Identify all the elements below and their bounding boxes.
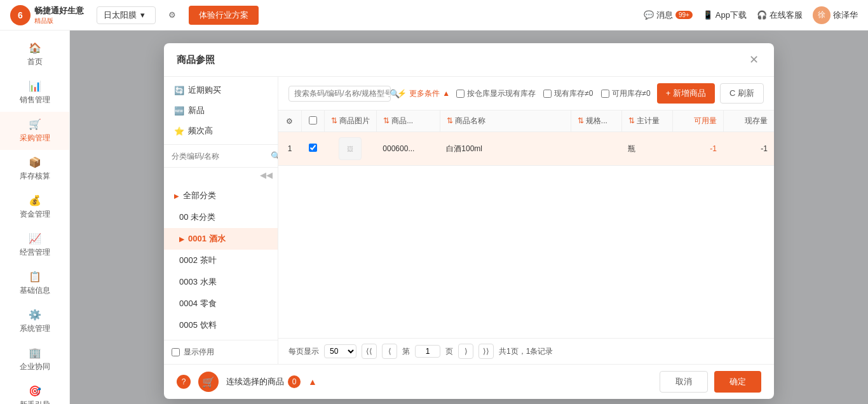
- col-code-header[interactable]: ⇅ 商品...: [376, 111, 440, 132]
- category-search-input[interactable]: [172, 152, 267, 161]
- confirm-button[interactable]: 确定: [714, 371, 761, 393]
- category-0003[interactable]: 0003 水果: [164, 271, 278, 293]
- modal-body: 🔄 近期购买 🆕 新品 ⭐ 频次高: [164, 77, 774, 364]
- sidebar: 🏠 首页 📊 销售管理 🛒 采购管理 📦 库存核算 💰 资金管理 📈 经营管理 …: [0, 30, 70, 404]
- sidebar-item-purchase[interactable]: 🛒 采购管理: [0, 112, 69, 150]
- purchase-icon: 🛒: [29, 118, 41, 130]
- sidebar-item-guide[interactable]: 🎯 新手引导: [0, 379, 69, 404]
- cancel-button[interactable]: 取消: [660, 371, 708, 393]
- modal-title: 商品参照: [177, 54, 215, 66]
- sidebar-item-business[interactable]: 📈 经营管理: [0, 226, 69, 264]
- table-header-row: ⚙ ⇅ 商品图片: [278, 111, 774, 132]
- sort-icon: ⇅: [447, 116, 453, 125]
- total-info: 共1页，1条记录: [499, 346, 553, 357]
- category-0004[interactable]: 0004 零食: [164, 293, 278, 314]
- row-unit: 瓶: [621, 132, 672, 166]
- product-search-input[interactable]: [294, 89, 390, 98]
- basic-icon: 📋: [29, 271, 41, 283]
- row-name: 白酒100ml: [440, 132, 571, 166]
- frequent-filter[interactable]: ⭐ 频次高: [172, 121, 270, 140]
- search-icon[interactable]: 🔍: [271, 151, 278, 161]
- sidebar-item-enterprise[interactable]: 🏢 企业协同: [0, 340, 69, 379]
- sidebar-item-basic[interactable]: 📋 基础信息: [0, 264, 69, 302]
- category-panel: 🔄 近期购买 🆕 新品 ⭐ 频次高: [164, 77, 278, 364]
- settings-icon[interactable]: ⚙: [163, 6, 181, 24]
- modal-header: 商品参照 ✕: [164, 43, 774, 77]
- table-row[interactable]: 1 🖼: [278, 132, 774, 166]
- recent-purchase-filter[interactable]: 🔄 近期购买: [172, 81, 270, 100]
- product-search-box: 🔍: [288, 86, 391, 102]
- show-disabled-label[interactable]: 显示停用: [184, 347, 214, 358]
- settings-icon[interactable]: ⚙: [286, 117, 293, 126]
- filter-icon: ⚡: [397, 89, 407, 98]
- show-disabled-checkbox[interactable]: [172, 348, 180, 356]
- filter-by-warehouse[interactable]: 按仓库显示现有库存: [456, 88, 536, 99]
- online-service-item[interactable]: 🎧 在线客服: [757, 10, 803, 21]
- col-avail-header[interactable]: 可用量: [672, 111, 723, 132]
- row-checkbox[interactable]: [309, 144, 317, 152]
- col-check-header: [301, 111, 324, 132]
- new-icon: 🆕: [174, 106, 184, 116]
- sidebar-item-finance[interactable]: 💰 资金管理: [0, 188, 69, 226]
- row-avail: -1: [672, 132, 723, 166]
- enterprise-icon: 🏢: [29, 347, 41, 359]
- category-all[interactable]: ▶ 全部分类: [164, 185, 278, 206]
- try-solution-button[interactable]: 体验行业方案: [189, 6, 259, 25]
- category-0002[interactable]: 0002 茶叶: [164, 250, 278, 271]
- last-page-button[interactable]: ⟩⟩: [478, 344, 494, 359]
- modal-overlay: 商品参照 ✕ 🔄 近期购买 🆕: [70, 30, 868, 404]
- home-icon: 🏠: [29, 42, 41, 54]
- nav-selector[interactable]: 日太阳膜 ▾: [97, 6, 156, 24]
- page-suffix-label: 页: [445, 346, 453, 357]
- sidebar-item-label: 基础信息: [20, 285, 50, 296]
- category-0005[interactable]: 0005 饮料: [164, 314, 278, 336]
- col-name-header[interactable]: ⇅ 商品名称: [440, 111, 571, 132]
- new-product-filter[interactable]: 🆕 新品: [172, 101, 270, 120]
- sidebar-item-inventory[interactable]: 📦 库存核算: [0, 150, 69, 188]
- modal-close-button[interactable]: ✕: [746, 52, 761, 67]
- col-unit-header[interactable]: ⇅ 主计量: [621, 111, 672, 132]
- sort-icon: ⇅: [383, 116, 390, 125]
- selected-count-badge: 0: [288, 375, 301, 388]
- filter-available-stock[interactable]: 可用库存≠0: [601, 88, 651, 99]
- footer-collapse-arrow[interactable]: ▲: [308, 377, 317, 387]
- category-search: 🔍: [164, 145, 278, 168]
- sidebar-item-label: 库存核算: [20, 171, 50, 182]
- sidebar-item-system[interactable]: ⚙️ 系统管理: [0, 302, 69, 340]
- page-size-label: 每页显示: [288, 346, 319, 357]
- continuous-select-info: 连续选择的商品 0: [226, 375, 301, 388]
- app-download-item[interactable]: 📱 App下载: [703, 10, 747, 21]
- page-label: 第: [402, 346, 410, 357]
- category-footer: 显示停用: [164, 340, 278, 364]
- page-size-select[interactable]: 50 20 100: [324, 344, 356, 358]
- right-panel: 🔍 ⚡ 更多条件 ▲ 按仓库显示现有库存: [278, 77, 774, 364]
- col-spec-header[interactable]: ⇅ 规格...: [571, 111, 621, 132]
- product-image: 🖼: [339, 137, 362, 160]
- first-page-button[interactable]: ⟨⟨: [362, 344, 377, 359]
- more-filter-button[interactable]: ⚡ 更多条件 ▲: [397, 88, 450, 99]
- sidebar-item-label: 新手引导: [20, 400, 50, 404]
- filter-existing-stock[interactable]: 现有库存≠0: [543, 88, 593, 99]
- help-button[interactable]: ?: [177, 375, 191, 389]
- messages-item[interactable]: 💬 消息 99+: [644, 10, 693, 21]
- row-img-cell: 🖼: [324, 132, 376, 166]
- select-all-checkbox[interactable]: [309, 116, 317, 125]
- product-table: ⚙ ⇅ 商品图片: [278, 111, 774, 166]
- col-stock-header[interactable]: 现存量: [723, 111, 774, 132]
- collapse-button[interactable]: ◀◀: [164, 168, 278, 182]
- refresh-button[interactable]: C 刷新: [720, 83, 764, 104]
- prev-page-button[interactable]: ⟨: [382, 344, 397, 359]
- next-page-button[interactable]: ⟩: [458, 344, 473, 359]
- user-profile[interactable]: 徐 徐泽华: [813, 6, 858, 24]
- modal-footer: ? 🛒 连续选择的商品 0 ▲ 取消 确定: [164, 364, 774, 399]
- sidebar-item-home[interactable]: 🏠 首页: [0, 36, 69, 74]
- add-product-button[interactable]: + 新增商品: [657, 83, 715, 104]
- sidebar-item-sales[interactable]: 📊 销售管理: [0, 74, 69, 112]
- category-0001[interactable]: ▶ 0001 酒水: [164, 228, 278, 250]
- product-reference-modal: 商品参照 ✕ 🔄 近期购买 🆕: [164, 43, 774, 399]
- page-input[interactable]: [415, 345, 440, 358]
- cart-button[interactable]: 🛒: [198, 372, 219, 392]
- category-00[interactable]: 00 未分类: [164, 206, 278, 228]
- sidebar-item-label: 首页: [27, 57, 43, 67]
- row-checkbox-cell: [301, 132, 324, 166]
